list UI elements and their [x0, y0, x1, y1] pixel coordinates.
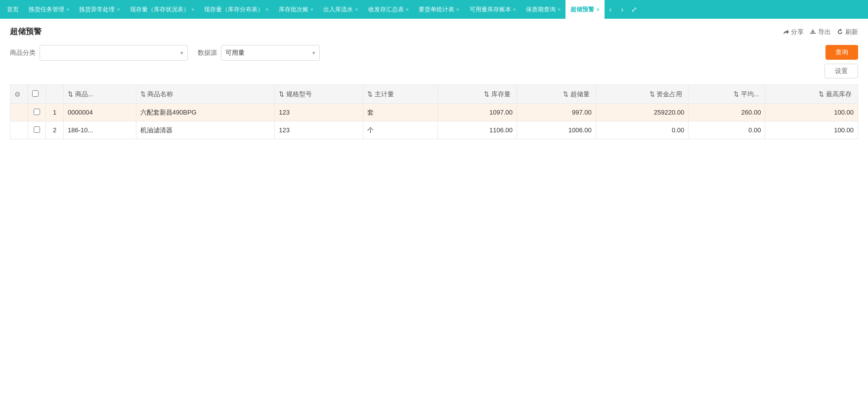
close-icon[interactable]: ×	[265, 6, 268, 12]
nav-tab-home[interactable]: 首页	[2, 0, 24, 19]
row-name: 六配套新昌490BPG	[136, 104, 275, 121]
chevron-down-icon: ▾	[312, 50, 315, 56]
row-num: 2	[46, 121, 64, 139]
th-avg: ⇅ 平均...	[689, 85, 765, 104]
row-checkbox-cell	[28, 121, 46, 139]
nav-tab-overstock[interactable]: 超储预警 ×	[565, 0, 604, 19]
select-all-checkbox[interactable]	[32, 90, 39, 97]
nav-arrow-right[interactable]: ›	[616, 0, 628, 19]
th-code: ⇅ 商品...	[64, 85, 136, 104]
th-name: ⇅ 商品名称	[136, 85, 275, 104]
close-icon[interactable]: ×	[558, 6, 561, 12]
row-stock: 1097.00	[438, 104, 517, 121]
nav-tab-inout-flow[interactable]: 出入库流水 ×	[318, 0, 363, 19]
refresh-button[interactable]: 刷新	[837, 28, 858, 37]
th-checkbox	[28, 85, 46, 104]
row-maxstock: 100.00	[765, 121, 858, 139]
table-row: 2 186-10... 机油滤清器 123 个 1106.00 1006.00 …	[10, 121, 858, 139]
table-header: ⚙ ⇅ 商品... ⇅ 商品名称 ⇅	[10, 85, 858, 104]
row-gear-cell	[10, 104, 28, 121]
th-overstock: ⇅ 超储量	[517, 85, 596, 104]
row-unit: 套	[363, 104, 438, 121]
th-num	[46, 85, 64, 104]
row-capital: 0.00	[596, 121, 689, 139]
gear-icon[interactable]: ⚙	[14, 90, 21, 98]
datasource-select[interactable]: 可用量 ▾	[221, 45, 320, 61]
chevron-down-icon: ▾	[180, 50, 183, 56]
datasource-filter: 数据源 可用量 ▾	[198, 45, 320, 61]
nav-tab-inventory-status[interactable]: 现存量（库存状况表） ×	[125, 0, 199, 19]
close-icon[interactable]: ×	[117, 6, 120, 12]
header-actions: 分享 导出 刷新	[782, 28, 858, 37]
th-spec: ⇅ 规格型号	[275, 85, 363, 104]
row-spec: 123	[275, 104, 363, 121]
row-overstock: 997.00	[517, 104, 596, 121]
share-icon	[782, 29, 789, 35]
table-body: 1 0000004 六配套新昌490BPG 123 套 1097.00 997.…	[10, 104, 858, 139]
filter-section: 商品分类 ▾ 数据源 可用量 ▾ 查询 设置	[10, 45, 858, 79]
row-avg: 0.00	[689, 121, 765, 139]
query-button[interactable]: 查询	[825, 45, 858, 60]
nav-tab-task-mgmt[interactable]: 拣货任务管理 ×	[24, 0, 74, 19]
export-icon	[810, 29, 816, 35]
nav-tab-batch-account[interactable]: 库存批次账 ×	[274, 0, 318, 19]
nav-tab-inventory-dist[interactable]: 现存量（库存分布表） ×	[199, 0, 273, 19]
close-icon[interactable]: ×	[66, 6, 69, 12]
nav-arrow-left[interactable]: ‹	[605, 0, 616, 19]
row-code: 0000004	[64, 104, 136, 121]
filter-buttons: 查询 设置	[825, 45, 858, 79]
export-button[interactable]: 导出	[810, 28, 831, 37]
th-capital: ⇅ 资金占用	[596, 85, 689, 104]
close-icon[interactable]: ×	[355, 6, 358, 12]
row-checkbox[interactable]	[34, 109, 40, 115]
row-stock: 1106.00	[438, 121, 517, 139]
row-overstock: 1006.00	[517, 121, 596, 139]
nav-tab-shelf-life[interactable]: 保质期查询 ×	[521, 0, 565, 19]
row-avg: 260.00	[689, 104, 765, 121]
close-icon[interactable]: ×	[456, 6, 459, 12]
settings-button[interactable]: 设置	[825, 64, 858, 79]
row-maxstock: 100.00	[765, 104, 858, 121]
nav-tab-avail-ledger[interactable]: 可用量库存账本 ×	[465, 0, 521, 19]
close-icon[interactable]: ×	[191, 6, 194, 12]
page-header: 超储预警 分享 导出 刷新	[10, 27, 858, 37]
close-icon[interactable]: ×	[596, 6, 599, 12]
table-row: 1 0000004 六配套新昌490BPG 123 套 1097.00 997.…	[10, 104, 858, 121]
nav-tab-recv-total[interactable]: 收发存汇总表 ×	[363, 0, 414, 19]
th-maxstock: ⇅ 最高库存	[765, 85, 858, 104]
row-num: 1	[46, 104, 64, 121]
close-icon[interactable]: ×	[513, 6, 516, 12]
close-icon[interactable]: ×	[406, 6, 409, 12]
page-title: 超储预警	[10, 27, 42, 37]
row-name: 机油滤清器	[136, 121, 275, 139]
nav-tab-abnormal[interactable]: 拣货异常处理 ×	[74, 0, 125, 19]
th-gear: ⚙	[10, 85, 28, 104]
row-checkbox-cell	[28, 104, 46, 121]
category-label: 商品分类	[10, 48, 36, 57]
filter-fields: 商品分类 ▾ 数据源 可用量 ▾	[10, 45, 817, 61]
svg-rect-0	[810, 33, 816, 34]
category-filter: 商品分类 ▾	[10, 45, 188, 61]
page-container: 超储预警 分享 导出 刷新	[0, 19, 868, 147]
top-nav: 首页 拣货任务管理 × 拣货异常处理 × 现存量（库存状况表） × 现存量（库存…	[0, 0, 868, 19]
th-unit: ⇅ 主计量	[363, 85, 438, 104]
datasource-value: 可用量	[225, 48, 245, 57]
row-gear-cell	[10, 121, 28, 139]
row-capital: 259220.00	[596, 104, 689, 121]
row-checkbox[interactable]	[34, 126, 40, 133]
refresh-icon	[837, 29, 843, 35]
category-select[interactable]: ▾	[40, 45, 188, 61]
row-unit: 个	[363, 121, 438, 139]
th-stock: ⇅ 库存量	[438, 85, 517, 104]
row-spec: 123	[275, 121, 363, 139]
nav-tab-order-stats[interactable]: 要货单统计表 ×	[414, 0, 464, 19]
close-icon[interactable]: ×	[310, 6, 313, 12]
datasource-label: 数据源	[198, 48, 217, 57]
data-table: ⚙ ⇅ 商品... ⇅ 商品名称 ⇅	[10, 84, 858, 139]
row-code: 186-10...	[64, 121, 136, 139]
nav-arrow-expand[interactable]: ⤢	[628, 0, 640, 19]
table-container: ⚙ ⇅ 商品... ⇅ 商品名称 ⇅	[10, 84, 858, 139]
share-button[interactable]: 分享	[782, 28, 804, 37]
